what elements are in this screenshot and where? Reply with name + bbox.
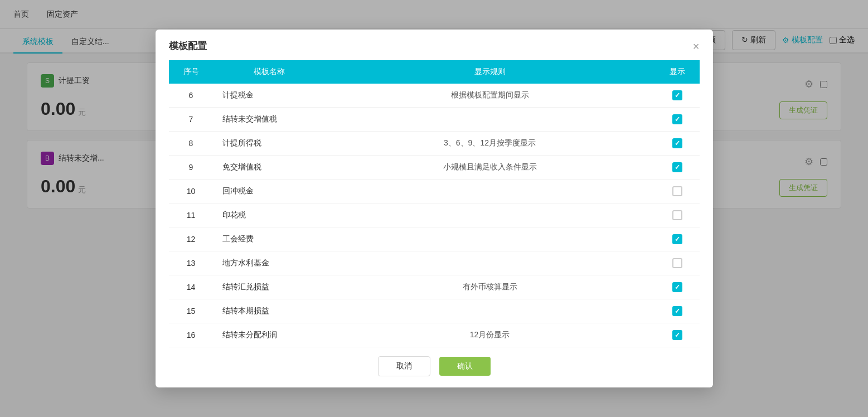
- cell-check-7[interactable]: [655, 251, 700, 275]
- th-seq: 序号: [169, 60, 214, 84]
- confirm-button[interactable]: 确认: [439, 357, 491, 376]
- table-row: 11印花税: [169, 203, 700, 227]
- row-checkbox-2[interactable]: [672, 138, 682, 148]
- table-row: 13地方水利基金: [169, 251, 700, 275]
- cell-seq-5: 11: [169, 203, 214, 227]
- th-rule: 显示规则: [325, 60, 655, 84]
- cell-rule-0: 根据模板配置期间显示: [325, 84, 655, 108]
- cell-rule-3: 小规模且满足收入条件显示: [325, 156, 655, 180]
- cell-check-0[interactable]: [655, 84, 700, 108]
- row-checkbox-8[interactable]: [672, 282, 682, 292]
- cell-rule-4: [325, 180, 655, 203]
- cell-name-3: 免交增值税: [214, 156, 325, 180]
- cell-rule-6: [325, 227, 655, 251]
- cell-seq-9: 15: [169, 299, 214, 323]
- th-display: 显示: [655, 60, 700, 84]
- cell-seq-0: 6: [169, 84, 214, 108]
- cell-rule-1: [325, 108, 655, 132]
- table-header: 序号 模板名称 显示规则 显示: [169, 60, 700, 84]
- cell-rule-10: 12月份显示: [325, 323, 655, 347]
- modal-title: 模板配置: [169, 40, 207, 52]
- cell-seq-3: 9: [169, 156, 214, 180]
- row-checkbox-4[interactable]: [672, 186, 682, 196]
- table-row: 12工会经费: [169, 227, 700, 251]
- cell-check-1[interactable]: [655, 108, 700, 132]
- cell-name-6: 工会经费: [214, 227, 325, 251]
- table-row: 15结转本期损益: [169, 299, 700, 323]
- row-checkbox-1[interactable]: [672, 114, 682, 124]
- template-config-modal: 模板配置 × 序号 模板名称 显示规则 显示 6计提税金根据模板配置期间显: [156, 30, 713, 387]
- cell-check-6[interactable]: [655, 227, 700, 251]
- cell-name-2: 计提所得税: [214, 132, 325, 156]
- cell-name-0: 计提税金: [214, 84, 325, 108]
- cell-name-1: 结转未交增值税: [214, 108, 325, 132]
- table-row: 8计提所得税3、6、9、12月按季度显示: [169, 132, 700, 156]
- row-checkbox-5[interactable]: [672, 210, 682, 220]
- cell-rule-9: [325, 299, 655, 323]
- table-body: 6计提税金根据模板配置期间显示7结转未交增值税8计提所得税3、6、9、12月按季…: [169, 84, 700, 347]
- cell-name-7: 地方水利基金: [214, 251, 325, 275]
- cell-seq-10: 16: [169, 323, 214, 347]
- cell-check-4[interactable]: [655, 180, 700, 203]
- cell-check-2[interactable]: [655, 132, 700, 156]
- row-checkbox-7[interactable]: [672, 258, 682, 268]
- th-name: 模板名称: [214, 60, 325, 84]
- cell-check-10[interactable]: [655, 323, 700, 347]
- cell-name-10: 结转未分配利润: [214, 323, 325, 347]
- modal-body: 序号 模板名称 显示规则 显示 6计提税金根据模板配置期间显示7结转未交增值税8…: [156, 60, 713, 347]
- cell-seq-4: 10: [169, 180, 214, 203]
- cell-check-5[interactable]: [655, 203, 700, 227]
- cell-name-8: 结转汇兑损益: [214, 275, 325, 299]
- table-row: 14结转汇兑损益有外币核算显示: [169, 275, 700, 299]
- table-row: 7结转未交增值税: [169, 108, 700, 132]
- modal-header: 模板配置 ×: [156, 30, 713, 60]
- cell-name-5: 印花税: [214, 203, 325, 227]
- table-scroll[interactable]: 序号 模板名称 显示规则 显示 6计提税金根据模板配置期间显示7结转未交增值税8…: [169, 60, 700, 347]
- table-row: 16结转未分配利润12月份显示: [169, 323, 700, 347]
- cell-rule-5: [325, 203, 655, 227]
- modal-overlay: 模板配置 × 序号 模板名称 显示规则 显示 6计提税金根据模板配置期间显: [0, 0, 868, 417]
- row-checkbox-6[interactable]: [672, 234, 682, 244]
- cell-rule-7: [325, 251, 655, 275]
- cell-seq-7: 13: [169, 251, 214, 275]
- cell-name-9: 结转本期损益: [214, 299, 325, 323]
- row-checkbox-9[interactable]: [672, 306, 682, 316]
- modal-footer: 取消 确认: [156, 347, 713, 387]
- row-checkbox-0[interactable]: [672, 90, 682, 100]
- cell-name-4: 回冲税金: [214, 180, 325, 203]
- cancel-button[interactable]: 取消: [378, 356, 430, 376]
- row-checkbox-3[interactable]: [672, 162, 682, 172]
- modal-close-button[interactable]: ×: [693, 41, 700, 52]
- table-row: 10回冲税金: [169, 180, 700, 203]
- row-checkbox-10[interactable]: [672, 330, 682, 340]
- cell-seq-6: 12: [169, 227, 214, 251]
- cell-seq-8: 14: [169, 275, 214, 299]
- cell-check-9[interactable]: [655, 299, 700, 323]
- cell-check-3[interactable]: [655, 156, 700, 180]
- cell-rule-8: 有外币核算显示: [325, 275, 655, 299]
- table-row: 6计提税金根据模板配置期间显示: [169, 84, 700, 108]
- cell-seq-2: 8: [169, 132, 214, 156]
- cell-rule-2: 3、6、9、12月按季度显示: [325, 132, 655, 156]
- table-row: 9免交增值税小规模且满足收入条件显示: [169, 156, 700, 180]
- modal-table: 序号 模板名称 显示规则 显示 6计提税金根据模板配置期间显示7结转未交增值税8…: [169, 60, 700, 347]
- cell-seq-1: 7: [169, 108, 214, 132]
- cell-check-8[interactable]: [655, 275, 700, 299]
